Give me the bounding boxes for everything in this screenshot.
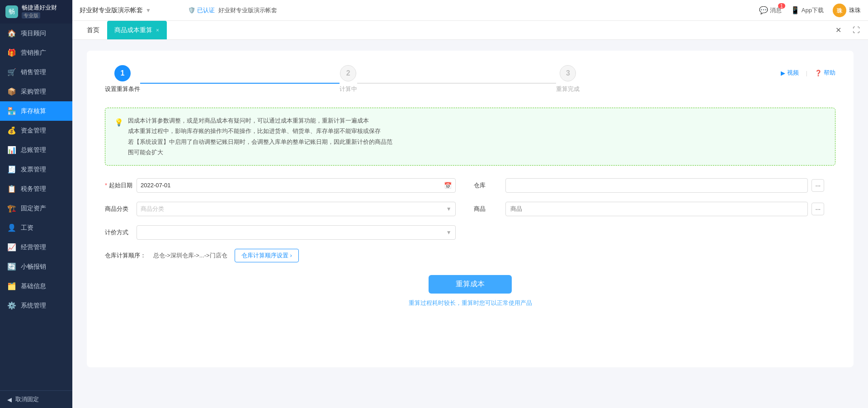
pricing-select[interactable]: ▼ <box>137 225 456 240</box>
help-circle-icon: ❓ <box>815 70 822 76</box>
warehouse-sequence-row: 仓库计算顺序： 总仓->深圳仓库->...->门店仓 仓库计算顺序设置 › <box>105 249 835 262</box>
step-2-circle: 2 <box>340 65 356 81</box>
bulb-icon: 💡 <box>114 116 123 129</box>
sidebar-item-salary[interactable]: 👤 工资 <box>0 218 72 237</box>
step-1-label: 设置重算条件 <box>105 85 140 93</box>
app-logo-icon: 畅 <box>5 5 18 18</box>
help-links: ▶ 视频 | ❓ 帮助 <box>781 65 835 77</box>
action-tip: 重算过程耗时较长，重算时您可以正常使用产品 <box>409 299 532 307</box>
close-window-button[interactable]: ✕ <box>832 24 844 37</box>
start-date-group: * 起始日期 📅 <box>105 178 456 193</box>
warehouse-sequence-settings-button[interactable]: 仓库计算顺序设置 › <box>235 249 299 262</box>
tabbar-actions: ✕ ⛶ <box>832 24 868 37</box>
sidebar-item-operation[interactable]: 📈 经营管理 <box>0 237 72 257</box>
pricing-label: 计价方式 <box>105 228 137 237</box>
step-2: 2 计算中 <box>340 65 357 93</box>
basic-icon: 🗂️ <box>7 282 16 290</box>
main-content: 好业财专业版演示帐套 ▼ 🛡️ 已认证 好业财专业版演示帐套 💬 消息 1 📱 … <box>72 0 868 408</box>
topbar: 好业财专业版演示帐套 ▼ 🛡️ 已认证 好业财专业版演示帐套 💬 消息 1 📱 … <box>72 0 868 21</box>
product-label: 商品 <box>474 205 505 213</box>
start-date-input[interactable] <box>141 182 444 189</box>
form-row-2: 商品分类 商品分类 ▼ 商品 ··· <box>105 202 835 216</box>
finance-icon: 💰 <box>7 126 16 135</box>
expand-button[interactable]: ⛶ <box>850 24 863 37</box>
video-link[interactable]: ▶ 视频 <box>781 69 799 77</box>
system-icon: ⚙️ <box>7 301 16 310</box>
calendar-icon[interactable]: 📅 <box>444 182 452 189</box>
sidebar-item-project[interactable]: 🏠 项目顾问 <box>0 24 72 43</box>
tab-cost-recalculate[interactable]: 商品成本重算 × <box>107 21 167 39</box>
sidebar-item-asset[interactable]: 🏗️ 固定资产 <box>0 199 72 218</box>
account-dropdown-arrow[interactable]: ▼ <box>146 7 151 14</box>
sidebar-nav: 🏠 项目顾问 🎁 营销推广 🛒 销售管理 📦 采购管理 🏪 库存核算 💰 资金管… <box>0 24 72 390</box>
message-button[interactable]: 💬 消息 1 <box>759 6 782 14</box>
chevron-right-icon: › <box>290 252 292 259</box>
start-date-input-wrapper[interactable]: 📅 <box>137 178 456 193</box>
step-2-label: 计算中 <box>340 85 357 93</box>
marketing-icon: 🎁 <box>7 48 16 57</box>
help-link[interactable]: ❓ 帮助 <box>815 69 835 77</box>
sidebar-item-ledger[interactable]: 📊 总账管理 <box>0 140 72 160</box>
user-menu-button[interactable]: 珠 珠珠 <box>833 4 861 17</box>
step-connector-2 <box>357 83 557 84</box>
expand-icon: ⛶ <box>853 26 860 34</box>
unpin-sidebar-button[interactable]: ◀ 取消固定 <box>0 390 72 408</box>
invoice-icon: 🧾 <box>7 165 16 174</box>
sidebar: 畅 畅捷通好业财 专业版 🏠 项目顾问 🎁 营销推广 🛒 销售管理 📦 采购管理… <box>0 0 72 408</box>
category-group: 商品分类 商品分类 ▼ <box>105 202 456 216</box>
avatar-image: 珠 <box>833 4 846 17</box>
warehouse-label: 仓库 <box>474 181 505 190</box>
ledger-icon: 📊 <box>7 146 16 154</box>
sidebar-item-tax[interactable]: 📋 税务管理 <box>0 179 72 199</box>
warehouse-ellipsis-button[interactable]: ··· <box>811 179 824 192</box>
sidebar-item-marketing[interactable]: 🎁 营销推广 <box>0 43 72 62</box>
category-select[interactable]: 商品分类 ▼ <box>137 202 456 216</box>
product-ellipsis-button[interactable]: ··· <box>811 203 824 215</box>
sidebar-item-finance[interactable]: 💰 资金管理 <box>0 121 72 140</box>
page-content: 1 设置重算条件 2 计算中 <box>72 40 868 408</box>
sidebar-item-invoice[interactable]: 🧾 发票管理 <box>0 160 72 179</box>
verified-badge: 🛡️ 已认证 <box>188 6 215 14</box>
product-input[interactable] <box>505 202 808 216</box>
app-download-button[interactable]: 📱 App下载 <box>791 6 824 14</box>
pricing-group: 计价方式 ▼ <box>105 225 456 240</box>
tab-close-icon[interactable]: × <box>156 27 159 33</box>
sidebar-item-system[interactable]: ⚙️ 系统管理 <box>0 296 72 315</box>
account-display-name: 好业财专业版演示帐套 <box>218 6 277 14</box>
tax-icon: 📋 <box>7 185 16 193</box>
step-connector-1 <box>140 83 340 84</box>
avatar: 珠 <box>833 4 846 17</box>
salary-icon: 👤 <box>7 223 16 232</box>
expense-icon: 🔄 <box>7 262 16 271</box>
app-logo-text: 畅捷通好业财 专业版 <box>22 4 57 19</box>
sidebar-item-expense[interactable]: 🔄 小畅报销 <box>0 257 72 276</box>
asset-icon: 🏗️ <box>7 204 16 213</box>
message-badge: 1 <box>778 3 785 9</box>
shield-icon: 🛡️ <box>188 7 195 14</box>
form-row-1: * 起始日期 📅 仓库 ··· <box>105 178 835 193</box>
unpin-icon: ◀ <box>7 396 12 403</box>
action-area: 重算成本 重算过程耗时较长，重算时您可以正常使用产品 <box>105 275 835 307</box>
sidebar-item-purchase[interactable]: 📦 采购管理 <box>0 82 72 101</box>
play-icon: ▶ <box>781 70 785 76</box>
step-3-circle: 3 <box>560 65 576 81</box>
inventory-icon: 🏪 <box>7 107 16 115</box>
steps-container: 1 设置重算条件 2 计算中 <box>105 65 580 93</box>
sidebar-item-basic[interactable]: 🗂️ 基础信息 <box>0 276 72 296</box>
info-text: 因成本计算参数调整，或是对商品成本有疑问时，可以通过成本重算功能，重新计算一遍成… <box>128 115 392 158</box>
recalculate-button[interactable]: 重算成本 <box>429 275 512 294</box>
warehouse-input[interactable] <box>505 178 808 193</box>
form-row-3: 计价方式 ▼ <box>105 225 835 240</box>
warehouse-sequence-label: 仓库计算顺序： <box>105 251 146 260</box>
category-arrow-icon: ▼ <box>446 206 452 212</box>
step-1-circle: 1 <box>114 65 131 81</box>
account-selector[interactable]: 好业财专业版演示帐套 ▼ <box>80 6 179 14</box>
step-3: 3 重算完成 <box>556 65 580 93</box>
sidebar-item-inventory[interactable]: 🏪 库存核算 <box>0 101 72 121</box>
tab-home[interactable]: 首页 <box>80 21 107 39</box>
warehouse-inline: ··· <box>505 178 825 193</box>
sidebar-item-sales[interactable]: 🛒 销售管理 <box>0 62 72 82</box>
tabbar: 首页 商品成本重算 × ✕ ⛶ <box>72 21 868 40</box>
step-1: 1 设置重算条件 <box>105 65 140 93</box>
topbar-right: 💬 消息 1 📱 App下载 珠 珠珠 <box>759 4 861 17</box>
